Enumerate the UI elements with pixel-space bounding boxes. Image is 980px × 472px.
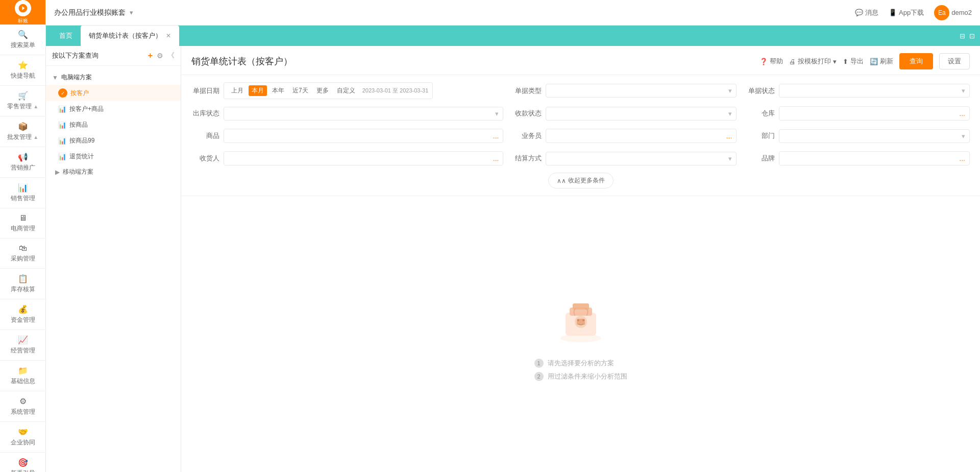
scheme-group-desktop-title[interactable]: ▼ 电脑端方案 [46,70,181,85]
receiver-input[interactable]: ... [224,151,503,166]
brand-dots-icon[interactable]: ... [959,154,965,162]
tab-home[interactable]: 首页 [51,26,81,46]
sidebar-item-new-guide[interactable]: 🎯 新手引导 [0,453,46,472]
scheme-item-return-stat[interactable]: 📊 退货统计 [46,149,181,164]
sidebar-item-inventory[interactable]: 📋 库存核算 [0,269,46,299]
sidebar-item-operations[interactable]: 📈 经营管理 [0,330,46,361]
refresh-btn[interactable]: 🔄 刷新 [870,57,893,66]
empty-tip-1: 1 请先选择要分析的方案 [534,359,627,368]
sidebar-item-quick-nav[interactable]: ⭐ 快捷导航 [0,55,46,86]
scheme-add-btn[interactable]: + [148,51,153,60]
settlement-select[interactable]: ▾ [546,152,737,166]
scheme-item-by-customer-goods[interactable]: 📊 按客户+商品 [46,101,181,117]
receiver-dots-icon[interactable]: ... [493,154,499,162]
this-month-btn[interactable]: 本月 [249,85,267,96]
help-btn[interactable]: ❓ 帮助 [760,57,783,66]
collapse-btn[interactable]: ∧∧ 收起更多条件 [548,173,614,188]
status-label: 单据状态 [747,86,775,96]
tab-bar: 首页 销货单统计表（按客户） ✕ ⊟ ⊡ [46,26,980,46]
custom-btn[interactable]: 自定义 [334,85,358,96]
brand-input[interactable]: ... [779,151,970,166]
chart-icon: 📊 [3,183,43,193]
sidebar-item-finance[interactable]: 💰 资金管理 [0,299,46,330]
maximize-icon[interactable]: ⊡ [969,32,975,40]
search-icon: 🔍 [3,30,43,39]
tab-controls: ⊟ ⊡ [960,32,975,40]
dept-select[interactable]: ▾ [779,129,970,143]
receiver-control: ... [224,151,503,166]
close-tab-icon[interactable]: ✕ [166,32,171,39]
sidebar-item-search-menu[interactable]: 🔍 搜索菜单 [0,25,46,55]
more-btn[interactable]: 更多 [313,85,332,96]
scheme-item-by-customer[interactable]: ✓ 按客户 [46,85,181,101]
type-label: 单据类型 [513,86,542,96]
warehouse-dots-icon[interactable]: ... [959,109,965,117]
query-button[interactable]: 查询 [899,53,933,69]
user-profile[interactable]: Ea demo2 [934,5,972,20]
scheme-list: ▼ 电脑端方案 ✓ 按客户 📊 按客户+商品 📊 按商品 [46,66,181,472]
sidebar-item-sales-mgmt[interactable]: 📊 销售管理 [0,178,46,208]
staff-input[interactable]: ... [546,129,737,143]
template-print-btn[interactable]: 🖨 按模板打印 ▾ [789,57,837,66]
export-btn[interactable]: ⬆ 导出 [843,57,864,66]
shipment-label: 出库状态 [191,109,219,118]
filter-date: 单据日期 上月 本月 本年 近7天 更多 自定义 2023-03-01 至 20… [191,82,503,99]
last-7days-btn[interactable]: 近7天 [289,85,311,96]
receipt-select[interactable]: ▾ [546,107,737,121]
app-download-btn[interactable]: 📱 App下载 [889,8,924,17]
filter-goods: 商品 ... [191,128,503,144]
active-dot: ✓ [58,88,67,98]
last-month-btn[interactable]: 上月 [228,85,247,96]
empty-illustration [550,287,611,348]
collapse-area: ∧∧ 收起更多条件 [191,173,970,188]
goods-dots-icon[interactable]: ... [493,132,499,140]
receiver-label: 收货人 [191,154,219,163]
date-selector[interactable]: 上月 本月 本年 近7天 更多 自定义 2023-03-01 至 2023-03… [224,82,433,99]
status-select[interactable]: ▾ [779,84,970,98]
scheme-group-desktop: ▼ 电脑端方案 ✓ 按客户 📊 按客户+商品 📊 按商品 [46,70,181,164]
main-area: 办公用品行业模拟账套 ▾ 💬 消息 📱 App下载 Ea demo2 首页 销货… [46,0,980,472]
settings-button[interactable]: 设置 [939,53,970,69]
this-year-btn[interactable]: 本年 [269,85,287,96]
staff-dots-icon[interactable]: ... [726,132,732,140]
scheme-group-mobile: ▶ 移动端方案 [46,164,181,179]
type-select[interactable]: ▾ [546,84,737,98]
sidebar-item-retail-mgmt[interactable]: 🛒 零售管理 ▲ [0,86,46,116]
scheme-group-mobile-title[interactable]: ▶ 移动端方案 [46,164,181,179]
dept-dropdown-icon: ▾ [962,132,965,140]
shipment-dropdown-icon: ▾ [495,110,499,117]
tab-sales-stat[interactable]: 销货单统计表（按客户） ✕ [81,26,179,46]
scheme-item-by-goods[interactable]: 📊 按商品 [46,117,181,133]
goods-label: 商品 [191,131,219,140]
print-dropdown-icon: ▾ [833,58,837,65]
filter-receipt: 收款状态 ▾ [513,105,737,122]
goods-control: ... [224,129,503,143]
sidebar-item-basic-info[interactable]: 📁 基础信息 [0,361,46,391]
scheme-collapse-icon[interactable]: 《 [167,51,175,60]
download-icon: 📱 [889,9,897,16]
shipment-select[interactable]: ▾ [224,107,503,121]
sidebar-item-enterprise-collab[interactable]: 🤝 企业协同 [0,422,46,453]
gear-icon: ⚙ [3,396,43,406]
content-area: 按以下方案查询 + ⚙ 《 ▼ 电脑端方案 ✓ 按客户 [46,46,980,472]
page-actions: ❓ 帮助 🖨 按模板打印 ▾ ⬆ 导出 🔄 [760,57,893,66]
minimize-icon[interactable]: ⊟ [960,32,965,40]
warehouse-input[interactable]: ... [779,106,970,121]
filter-settlement: 结算方式 ▾ [513,150,737,167]
settlement-label: 结算方式 [513,154,542,163]
tip-num-1: 1 [534,359,544,368]
filter-row-2: 出库状态 ▾ 收款状态 [191,105,970,122]
sidebar-item-ecommerce[interactable]: 🖥 电商管理 [0,208,46,239]
guide-icon: 🎯 [3,458,43,467]
dept-control: ▾ [779,129,970,143]
sidebar-item-marketing[interactable]: 📢 营销推广 [0,147,46,178]
goods-input[interactable]: ... [224,129,503,143]
sidebar-item-purchase-mgmt[interactable]: 🛍 采购管理 [0,239,46,269]
sidebar-item-system-mgmt[interactable]: ⚙ 系统管理 [0,391,46,422]
message-btn[interactable]: 💬 消息 [855,8,878,17]
scheme-settings-icon[interactable]: ⚙ [157,52,163,60]
folder-icon: 📁 [3,366,43,375]
scheme-item-by-goods-99[interactable]: 📊 按商品99 [46,133,181,149]
sidebar-item-wholesale-mgmt[interactable]: 📦 批发管理 ▲ [0,116,46,147]
dropdown-icon[interactable]: ▾ [130,9,133,16]
